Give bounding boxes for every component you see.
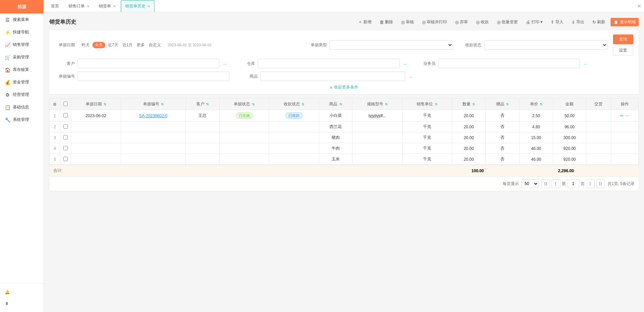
tab-sales-order[interactable]: 销售订单 ✕ [64, 0, 94, 12]
tab-sales-order-close[interactable]: ✕ [87, 4, 89, 8]
col-customer[interactable]: 客户 ⇅ [186, 99, 219, 110]
sidebar-item-search-menu[interactable]: ☰ 搜索菜单 [0, 14, 44, 26]
warehouse-input[interactable] [258, 59, 399, 68]
salesman-ellipsis[interactable]: ... [584, 61, 587, 66]
col-unit-price[interactable]: 单价 ⇅ [519, 99, 553, 110]
shortcut-yesterday[interactable]: 昨天 [80, 42, 91, 48]
add-icon: ＋ [358, 19, 362, 25]
query-button[interactable]: 查询 [613, 34, 633, 44]
col-qty[interactable]: 数量 ⇅ [452, 99, 486, 110]
page-number-input[interactable] [567, 179, 579, 188]
shortcut-custom[interactable]: 自定义 [147, 42, 162, 48]
doc-no-link[interactable]: SA-20230602-0 [139, 113, 167, 118]
print-button[interactable]: 🖨 打印 ▾ [523, 18, 545, 26]
more-action-icon[interactable]: ⋯ [625, 113, 629, 118]
add-button[interactable]: ＋ 新增 [355, 18, 374, 26]
sidebar-item-finance[interactable]: 💰 资金管理 [0, 76, 44, 88]
tab-sales-history[interactable]: 销货单历史 ✕ [121, 0, 155, 12]
col-sales-unit[interactable]: 销售单位 ⇅ [402, 99, 452, 110]
tab-sales-history-close[interactable]: ✕ [147, 4, 150, 8]
goods-cell: 小白菜 [319, 110, 353, 122]
sidebar-item-sales-mgmt[interactable]: 📈 销售管理 [0, 38, 44, 51]
prev-page-button[interactable]: ⟨ [552, 179, 560, 188]
shortcut-today[interactable]: 今天 [92, 42, 105, 48]
audit-button[interactable]: ◎ 审核 [398, 18, 417, 26]
date-label: 单据日期 [55, 42, 75, 48]
spec-cell [353, 132, 402, 143]
row-checkbox[interactable] [63, 157, 68, 161]
row-checkbox[interactable] [63, 113, 68, 118]
collect-button[interactable]: ◎ 收款 [473, 18, 492, 26]
sidebar-item-operation[interactable]: ⚙ 经营管理 [0, 88, 44, 101]
page-size-label: 每页显示 [503, 181, 519, 187]
first-page-button[interactable]: ⟨⟨ [541, 179, 550, 188]
sidebar-pause[interactable]: ⏸ [0, 298, 44, 309]
customer-input[interactable] [78, 59, 219, 68]
audit-print-button[interactable]: ◎ 审核并打印 [419, 18, 450, 26]
customer-cell [186, 122, 219, 132]
col-doc-date[interactable]: 单据日期 ⇅ [71, 99, 121, 110]
select-all-checkbox[interactable] [63, 102, 68, 106]
edit-action-icon[interactable]: ✏ [620, 113, 623, 118]
col-goods[interactable]: 商品 ⇅ [319, 99, 353, 110]
import-button[interactable]: ⇑ 导入 [548, 18, 566, 26]
refresh-button[interactable]: ↻ 刷新 [590, 18, 608, 26]
goods-ellipsis[interactable]: ... [409, 74, 413, 79]
tab-home[interactable]: 首页 [47, 0, 63, 12]
tab-sales-delivery[interactable]: 销货单 ✕ [94, 0, 120, 12]
goods-input[interactable] [260, 72, 405, 81]
unit-price-cell: 46.00 [519, 143, 553, 154]
date-range-display: 2023-06-02 至 2023-06-02 [168, 43, 212, 48]
sidebar-item-label: 库存核算 [13, 67, 29, 73]
shortcut-1month[interactable]: 近1月 [121, 42, 134, 48]
col-doc-status[interactable]: 单据状态 ⇅ [219, 99, 269, 110]
tab-sales-order-label: 销售订单 [68, 3, 85, 9]
sort-customer-icon: ⇅ [206, 102, 209, 106]
col-spec[interactable]: 规格型号 ⇅ [353, 99, 402, 110]
main-area: 首页 销售订单 ✕ 销货单 ✕ 销货单历史 ✕ ✕ 销货单历史 ＋ 新增 [44, 0, 644, 312]
export-button[interactable]: ⇓ 导出 [569, 18, 587, 26]
action-cell[interactable]: ✏⋯ [611, 110, 638, 122]
collect-status-select[interactable] [484, 40, 608, 50]
batch-change-button[interactable]: ◎ 批量变更 [494, 18, 521, 26]
collapse-button[interactable]: ∧ 收起更多条件 [55, 84, 633, 90]
abandon-button[interactable]: ◎ 弃审 [452, 18, 471, 26]
sidebar-item-purchase-mgmt[interactable]: 🛒 采购管理 [0, 51, 44, 63]
col-doc-no[interactable]: 单据编号 ⇅ [121, 99, 186, 110]
print-icon: 🖨 [526, 20, 530, 25]
row-checkbox[interactable] [63, 124, 68, 129]
col-collect-status[interactable]: 收款状态 ⇅ [269, 99, 319, 110]
sidebar-item-quick-nav[interactable]: ⚡ 快捷导航 [0, 26, 44, 38]
sidebar-item-label: 采购管理 [13, 54, 29, 60]
show-detail-button[interactable]: 📋 显示明细 [611, 18, 639, 26]
sales-unit-cell: 千克 [402, 154, 452, 165]
sidebar-notify[interactable]: 🔔 [0, 286, 44, 298]
salesman-input[interactable] [438, 59, 580, 68]
warehouse-ellipsis[interactable]: ... [404, 61, 407, 66]
sidebar-item-basic-info[interactable]: 📋 基础信息 [0, 101, 44, 113]
col-gift[interactable]: 赠品 ⇅ [486, 99, 520, 110]
customer-ellipsis[interactable]: ... [223, 61, 227, 66]
shortcut-more[interactable]: 更多 [135, 42, 146, 48]
delete-button[interactable]: 🗑 删除 [377, 18, 396, 26]
col-settings[interactable]: ⚙ [50, 99, 60, 110]
last-page-button[interactable]: ⟩⟩ [596, 179, 605, 188]
filter-settings-button[interactable]: 设置 [613, 46, 633, 55]
doc-type-select[interactable] [330, 40, 453, 50]
data-table-container: ⚙ 单据日期 ⇅ 单据编号 ⇅ [49, 98, 639, 191]
window-close-button[interactable]: ✕ [637, 3, 641, 9]
page-size-select[interactable]: 10 20 50 100 [522, 179, 539, 188]
sidebar-item-system[interactable]: 🔧 系统管理 [0, 113, 44, 126]
spec-cell: tyjyjtyjdf... [353, 110, 402, 122]
filter-item-date: 单据日期 昨天 今天 近7天 近1月 更多 自定义 2023-06-02 至 2… [55, 42, 299, 48]
row-checkbox[interactable] [63, 146, 68, 150]
doc-no-input[interactable] [78, 72, 229, 81]
shortcut-7days[interactable]: 近7天 [107, 42, 120, 48]
amount-cell: 96.00 [553, 122, 586, 132]
sidebar-item-inventory[interactable]: 🏠 库存核算 [0, 63, 44, 76]
row-checkbox[interactable] [63, 135, 68, 139]
next-page-button[interactable]: ⟩ [586, 179, 595, 188]
qty-cell: 20.00 [452, 110, 486, 122]
tab-sales-delivery-close[interactable]: ✕ [113, 4, 116, 8]
action-cell [611, 143, 638, 154]
